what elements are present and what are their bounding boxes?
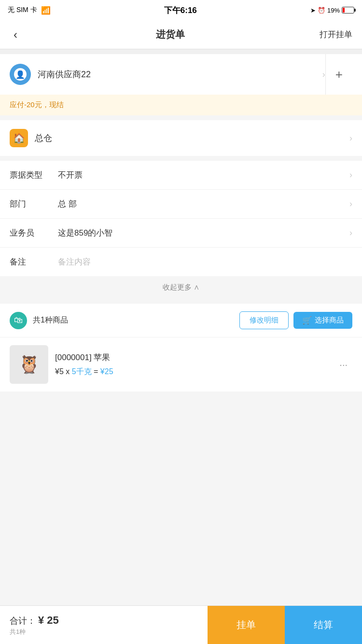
status-left: 无 SIM 卡 📶 — [8, 6, 51, 15]
product-unit-price: ¥5 — [55, 367, 64, 376]
product-title: 苹果 — [94, 353, 110, 362]
product-total: ¥25 — [100, 367, 113, 376]
department-row[interactable]: 部门 总 部 › — [0, 190, 362, 219]
select-product-button[interactable]: 🛒 选择商品 — [293, 312, 352, 329]
status-bar: 无 SIM 卡 📶 下午6:16 ➤ ⏰ 19% — [0, 0, 362, 20]
carrier-text: 无 SIM 卡 — [8, 6, 37, 14]
invoice-type-value: 不开票 — [58, 169, 345, 181]
salesperson-chevron-icon: › — [349, 228, 352, 238]
collapse-button[interactable]: 收起更多 ∧ — [0, 276, 362, 299]
battery-icon — [342, 7, 354, 14]
product-item: 🦉 [0000001] 苹果 ¥5 x 5千克 = ¥25 ··· — [0, 337, 362, 392]
invoice-type-row[interactable]: 票据类型 不开票 › — [0, 161, 362, 190]
product-multiply: x — [66, 367, 71, 376]
edit-detail-button[interactable]: 修改明细 — [239, 311, 289, 329]
location-icon: ➤ — [310, 7, 316, 14]
status-right: ➤ ⏰ 19% — [310, 7, 354, 14]
invoice-chevron-icon: › — [349, 170, 352, 180]
battery-percent: 19% — [327, 7, 340, 14]
supplier-row[interactable]: 👤 河南供应商22 › — [10, 54, 326, 95]
chevron-right-icon: › — [322, 70, 325, 80]
salesperson-row[interactable]: 业务员 这是859的小智 › — [0, 219, 362, 248]
total-section: 合计： ¥ 25 共1种 — [0, 614, 208, 636]
checkout-button[interactable]: 结算 — [285, 606, 362, 644]
warehouse-name: 总仓 — [35, 132, 345, 144]
select-product-icon: 🛒 — [302, 316, 312, 325]
total-value: ¥ 25 — [38, 614, 59, 626]
hang-button[interactable]: 挂单 — [208, 606, 285, 644]
product-quantity: 5千克 — [72, 367, 92, 376]
product-name: [0000001] 苹果 — [55, 352, 334, 363]
remark-row[interactable]: 备注 备注内容 — [0, 248, 362, 276]
open-hang-button[interactable]: 打开挂单 — [320, 29, 352, 40]
select-product-label: 选择商品 — [315, 316, 344, 325]
page-title: 进货单 — [156, 28, 185, 41]
products-header: 🛍 共1种商品 修改明细 🛒 选择商品 — [0, 304, 362, 337]
alarm-icon: ⏰ — [318, 7, 325, 14]
status-time: 下午6:16 — [164, 5, 197, 16]
product-equals: = — [94, 367, 100, 376]
warehouse-section[interactable]: 🏠 总仓 › — [0, 120, 362, 156]
department-chevron-icon: › — [349, 199, 352, 209]
form-section: 票据类型 不开票 › 部门 总 部 › 业务员 这是859的小智 › 备注 备注… — [0, 161, 362, 276]
product-info: [0000001] 苹果 ¥5 x 5千克 = ¥25 — [55, 352, 334, 377]
total-label: 合计： — [10, 616, 36, 626]
products-icon: 🛍 — [10, 312, 27, 329]
total-amount: 合计： ¥ 25 — [10, 614, 198, 627]
product-price: ¥5 x 5千克 = ¥25 — [55, 367, 334, 377]
supplier-name: 河南供应商22 — [38, 69, 318, 80]
product-thumb-icon: 🦉 — [18, 354, 40, 375]
products-section: 🛍 共1种商品 修改明细 🛒 选择商品 🦉 [0000001] 苹果 ¥5 x — [0, 304, 362, 392]
bottom-bar: 合计： ¥ 25 共1种 挂单 结算 — [0, 605, 362, 644]
salesperson-value: 这是859的小智 — [58, 227, 345, 238]
total-count: 共1种 — [10, 628, 198, 636]
divider-top — [0, 49, 362, 54]
department-label: 部门 — [10, 198, 48, 210]
products-count: 共1种商品 — [33, 315, 239, 325]
supplier-section: 👤 河南供应商22 › + — [0, 54, 362, 95]
warehouse-icon: 🏠 — [10, 129, 28, 147]
salesperson-label: 业务员 — [10, 227, 48, 238]
product-more-button[interactable]: ··· — [334, 354, 352, 375]
warehouse-chevron-icon: › — [349, 133, 352, 143]
product-thumbnail: 🦉 — [10, 345, 48, 384]
remark-label: 备注 — [10, 256, 48, 267]
nav-bar: ‹ 进货单 打开挂单 — [0, 20, 362, 49]
supplier-avatar: 👤 — [10, 64, 31, 85]
invoice-type-label: 票据类型 — [10, 169, 48, 181]
product-code: [0000001] — [55, 353, 92, 362]
avatar-icon: 👤 — [14, 68, 27, 81]
back-button[interactable]: ‹ — [10, 24, 21, 45]
add-button[interactable]: + — [326, 67, 352, 82]
wifi-icon: 📶 — [41, 6, 51, 15]
remark-placeholder: 备注内容 — [58, 256, 352, 267]
department-value: 总 部 — [58, 198, 345, 210]
payment-notice: 应付-20元，现结 — [0, 95, 362, 115]
